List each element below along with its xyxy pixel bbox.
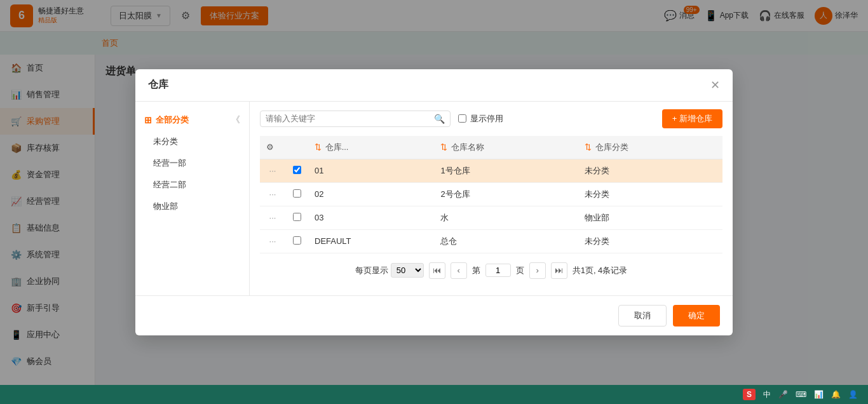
next-page-button[interactable]: › — [529, 262, 546, 279]
cell-category: 物业部 — [578, 206, 722, 229]
table-row[interactable]: ··· 03 水 物业部 — [260, 206, 722, 229]
category-sidebar: ⊞ 全部分类 《 未分类 经营一部 经营二部 物业部 — [135, 102, 250, 295]
row-checkbox[interactable] — [293, 213, 301, 221]
th-name: ⇅ 仓库名称 — [434, 136, 578, 159]
th-category: ⇅ 仓库分类 — [578, 136, 722, 159]
cell-category: 未分类 — [578, 229, 722, 253]
search-input[interactable] — [266, 114, 434, 123]
warehouse-table: ⚙ ⇅ 仓库... ⇅ 仓库名称 — [260, 136, 722, 253]
cell-name: 总仓 — [434, 229, 578, 253]
page-label: 第 — [472, 265, 480, 276]
sort-icon-name: ⇅ — [440, 142, 447, 152]
category-all-header[interactable]: ⊞ 全部分类 《 — [135, 109, 249, 131]
all-category-text: 全部分类 — [156, 114, 189, 126]
grid-icon: ⊞ — [144, 115, 152, 125]
warehouse-modal: 仓库 ✕ ⊞ 全部分类 《 未分类 经营一部 — [135, 69, 733, 335]
th-settings: ⚙ — [260, 136, 285, 159]
modal-overlay: 仓库 ✕ ⊞ 全部分类 《 未分类 经营一部 — [0, 0, 868, 404]
status-chart[interactable]: 📊 — [814, 390, 824, 399]
cell-no: 02 — [308, 182, 434, 206]
table-header: ⚙ ⇅ 仓库... ⇅ 仓库名称 — [260, 136, 722, 159]
cancel-button[interactable]: 取消 — [618, 305, 667, 327]
status-user[interactable]: 👤 — [848, 390, 858, 399]
row-checkbox[interactable] — [293, 236, 301, 245]
prev-page-button[interactable]: ‹ — [451, 262, 467, 279]
cell-no: 03 — [308, 206, 434, 229]
page-input[interactable] — [485, 264, 511, 277]
category-collapse-button[interactable]: 《 — [231, 114, 240, 126]
confirm-button[interactable]: 确定 — [673, 305, 720, 327]
table-row[interactable]: ··· 01 1号仓库 未分类 — [260, 159, 722, 182]
category-item-property[interactable]: 物业部 — [135, 196, 249, 217]
modal-title: 仓库 — [148, 78, 168, 91]
show-disabled-checkbox[interactable] — [458, 114, 466, 123]
cell-actions: ··· — [260, 229, 285, 253]
category-label-dept1: 经营一部 — [153, 158, 186, 168]
total-info: 共1页, 4条记录 — [573, 265, 628, 276]
th-code: ⇅ 仓库... — [308, 136, 434, 159]
per-page-label: 每页显示 — [355, 265, 388, 276]
cell-checkbox[interactable] — [285, 159, 308, 182]
pagination: 每页显示 10 20 50 100 ⏮ ‹ 第 页 › ⏭ — [260, 253, 722, 288]
category-label-property: 物业部 — [153, 201, 178, 211]
status-s: S — [743, 389, 756, 400]
modal-main: 🔍 显示停用 + 新增仓库 ⚙ — [250, 102, 733, 295]
cell-name: 2号仓库 — [434, 182, 578, 206]
cell-actions: ··· — [260, 206, 285, 229]
cell-checkbox[interactable] — [285, 182, 308, 206]
cell-no: 01 — [308, 159, 434, 182]
cell-checkbox[interactable] — [285, 229, 308, 253]
last-page-button[interactable]: ⏭ — [551, 262, 567, 279]
cell-name: 1号仓库 — [434, 159, 578, 182]
search-input-wrap: 🔍 — [260, 111, 451, 127]
modal-close-button[interactable]: ✕ — [710, 78, 720, 92]
modal-body: ⊞ 全部分类 《 未分类 经营一部 经营二部 物业部 — [135, 102, 733, 295]
category-item-unclassified[interactable]: 未分类 — [135, 131, 249, 152]
status-keyboard[interactable]: ⌨ — [796, 390, 806, 399]
table-row[interactable]: ··· 02 2号仓库 未分类 — [260, 182, 722, 206]
show-disabled-wrap: 显示停用 — [458, 113, 503, 125]
status-mic[interactable]: 🎤 — [778, 390, 788, 399]
status-bar: S 中 🎤 ⌨ 📊 🔔 👤 — [0, 385, 868, 404]
category-all-label: ⊞ 全部分类 — [144, 114, 189, 126]
cell-no: DEFAULT — [308, 229, 434, 253]
cell-checkbox[interactable] — [285, 206, 308, 229]
table-body: ··· 01 1号仓库 未分类 ··· 02 2号仓库 未分类 ··· 03 水… — [260, 159, 722, 253]
cell-category: 未分类 — [578, 159, 722, 182]
add-warehouse-button[interactable]: + 新增仓库 — [662, 109, 722, 128]
category-label-dept2: 经营二部 — [153, 180, 186, 189]
search-icon: 🔍 — [434, 114, 445, 124]
status-zhong: 中 — [763, 389, 771, 400]
modal-footer: 取消 确定 — [135, 295, 733, 335]
sort-icon-code: ⇅ — [315, 142, 322, 152]
modal-toolbar: 🔍 显示停用 + 新增仓库 — [260, 109, 722, 128]
modal-header: 仓库 ✕ — [135, 69, 733, 102]
per-page-select[interactable]: 10 20 50 100 — [391, 263, 424, 278]
cell-actions: ··· — [260, 182, 285, 206]
sort-icon-category: ⇅ — [585, 142, 592, 152]
category-item-dept1[interactable]: 经营一部 — [135, 152, 249, 174]
status-bell[interactable]: 🔔 — [831, 390, 841, 399]
cell-name: 水 — [434, 206, 578, 229]
page-unit: 页 — [516, 265, 524, 276]
row-checkbox[interactable] — [293, 166, 301, 174]
cell-actions: ··· — [260, 159, 285, 182]
first-page-button[interactable]: ⏮ — [429, 262, 445, 279]
category-label-unclassified: 未分类 — [153, 137, 178, 146]
page-size-select: 每页显示 10 20 50 100 — [355, 263, 424, 278]
row-checkbox[interactable] — [293, 189, 301, 198]
th-checkbox — [285, 136, 308, 159]
category-item-dept2[interactable]: 经营二部 — [135, 174, 249, 196]
show-disabled-label: 显示停用 — [470, 113, 503, 125]
cell-category: 未分类 — [578, 182, 722, 206]
table-wrapper: ⚙ ⇅ 仓库... ⇅ 仓库名称 — [260, 136, 722, 253]
table-row[interactable]: ··· DEFAULT 总仓 未分类 — [260, 229, 722, 253]
